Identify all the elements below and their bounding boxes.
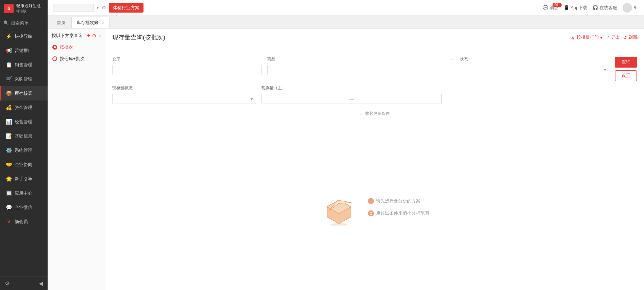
quantity-label: 现存量（主） — [261, 85, 286, 91]
settings-btn[interactable]: 设置 — [615, 70, 637, 81]
range-dash: — — [350, 96, 354, 102]
sidebar-item-finance[interactable]: 💰 资金管理 — [0, 101, 48, 115]
tab-home[interactable]: 首页 — [52, 17, 71, 28]
sidebar-item-enterprise[interactable]: 🤝 企业协同 — [0, 158, 48, 172]
sidebar-item-label: 库存核算 — [15, 90, 32, 96]
purchase-icon: 🛒 — [6, 76, 12, 82]
search-icon: 🔍 — [3, 20, 9, 25]
filter-row-2: 现存量状态 ▾ 现存量（主） — — [112, 85, 637, 104]
empty-state: 1 请先选择要分析的方案 2 用过滤条件来缩小分析范围 — [105, 124, 644, 290]
marketing-icon: 📢 — [6, 48, 12, 54]
sidebar-item-label: 企业协同 — [15, 162, 32, 168]
tabbar: 首页 库存批次账 × — [48, 16, 644, 29]
query-header: 现存量查询(按批次) 🖨 按模板打印 ▾ ↗ 导出 ↺ 刷新 — [105, 29, 644, 45]
refresh-icon: ↺ — [623, 35, 627, 40]
print-btn[interactable]: 🖨 按模板打印 ▾ — [571, 34, 603, 40]
sidebar-item-newbie[interactable]: 🌟 新手引导 — [0, 172, 48, 186]
scheme-dot-empty — [52, 56, 57, 61]
nav-search-input[interactable] — [53, 4, 94, 12]
topbar: ▾ ⚙ 体验行业方案 💬 消息 99+ 📱 App下载 🎧 在线客服 Rit — [48, 0, 644, 16]
sidebar-header: b 畅康通好生意 标准版 — [0, 0, 48, 17]
empty-text: 1 请先选择要分析的方案 2 用过滤条件来缩小分析范围 — [368, 197, 429, 218]
sidebar-item-operations[interactable]: 📊 经营管理 — [0, 115, 48, 129]
warehouse-input[interactable] — [112, 65, 262, 75]
app-download-label: App下载 — [571, 5, 587, 11]
scheme-by-warehouse-batch[interactable]: 按仓库+批次 — [48, 53, 105, 65]
sidebar-item-label: 基础信息 — [15, 133, 32, 139]
export-btn[interactable]: ↗ 导出 — [606, 34, 620, 40]
username: Rit — [633, 5, 639, 10]
sidebar: b 畅康通好生意 标准版 🔍 搜索菜单 ⚡ 快捷导航 📢 营销推广 📋 销售管理… — [0, 0, 48, 290]
sidebar-item-sales[interactable]: 📋 销售管理 — [0, 58, 48, 72]
sidebar-item-inventory[interactable]: 📦 库存核算 — [0, 86, 48, 101]
status-label: 状态 — [460, 56, 468, 62]
status-dropdown-icon: ▾ — [604, 67, 606, 72]
collapse-more-btn[interactable]: ︿ 收起更多条件 — [112, 108, 637, 119]
online-service-btn[interactable]: 🎧 在线客服 — [593, 5, 617, 11]
panel-collapse-btn[interactable]: « — [98, 33, 101, 38]
filter-conditions: 仓库 ··· 商品 ··· — [105, 45, 644, 124]
side-close-btn[interactable]: × — [633, 33, 642, 43]
inventory-icon: 📦 — [6, 90, 12, 96]
user-area[interactable]: Rit — [623, 3, 639, 13]
enterprise-icon: 🤝 — [6, 162, 12, 168]
quantity-range-input[interactable]: — — [261, 94, 441, 104]
sidebar-item-label: 采购管理 — [15, 76, 32, 82]
empty-hint-1: 1 请先选择要分析的方案 — [368, 197, 429, 205]
sidebar-item-label: 新手引导 — [15, 176, 32, 182]
finance-icon: 💰 — [6, 105, 12, 111]
sidebar-item-purchase[interactable]: 🛒 采购管理 — [0, 72, 48, 86]
filter-row-1: 仓库 ··· 商品 ··· — [112, 50, 637, 81]
operations-icon: 📊 — [6, 119, 12, 125]
sidebar-item-label: 应用中心 — [15, 190, 32, 196]
sidebar-item-wechat[interactable]: 💬 企业微信 — [0, 200, 48, 215]
sidebar-footer: ⚙ ◀ — [0, 276, 48, 290]
scheme-label: 按批次 — [60, 44, 73, 50]
sidebar-item-label: 经营管理 — [15, 119, 32, 125]
sidebar-item-basic[interactable]: 📝 基础信息 — [0, 129, 48, 143]
sidebar-item-system[interactable]: ⚙️ 系统管理 — [0, 143, 48, 158]
scheme-settings-btn[interactable]: ⊙ — [92, 33, 96, 38]
inventory-status-label: 现存量状态 — [112, 85, 133, 91]
add-scheme-btn[interactable]: + — [87, 33, 90, 38]
nav-dropdown-btn[interactable]: ▾ — [97, 5, 99, 10]
messages-btn[interactable]: 💬 消息 99+ — [543, 5, 558, 11]
messages-badge: 99+ — [553, 3, 562, 7]
sidebar-item-marketing[interactable]: 📢 营销推广 — [0, 43, 48, 58]
empty-illustration — [320, 188, 358, 226]
sidebar-item-appstore[interactable]: 🔲 应用中心 — [0, 186, 48, 200]
sidebar-search[interactable]: 🔍 搜索菜单 — [0, 17, 48, 29]
query-btn[interactable]: 查询 — [615, 57, 637, 68]
print-label: 按模板打印 — [577, 34, 599, 40]
sidebar-item-shortcut[interactable]: ⚡ 快捷导航 — [0, 29, 48, 43]
sidebar-item-member[interactable]: V 畅会员 — [0, 215, 48, 229]
goods-input[interactable] — [267, 65, 454, 75]
tab-close-btn[interactable]: × — [102, 20, 104, 25]
wechat-icon: 💬 — [6, 204, 12, 211]
svg-point-4 — [331, 223, 348, 225]
app-download-btn[interactable]: 📱 App下载 — [564, 5, 587, 11]
newbie-icon: 🌟 — [6, 176, 12, 182]
goods-more-btn[interactable]: ··· — [451, 57, 454, 61]
collapse-icon[interactable]: ◀ — [39, 280, 43, 287]
experience-btn[interactable]: 体验行业方案 — [109, 3, 143, 13]
query-area: 现存量查询(按批次) 🖨 按模板打印 ▾ ↗ 导出 ↺ 刷新 — [105, 29, 644, 290]
settings-icon[interactable]: ⚙ — [5, 280, 10, 287]
tab-inventory-batch[interactable]: 库存批次账 × — [71, 17, 109, 28]
phone-icon: 📱 — [564, 5, 569, 10]
brand-edition: 标准版 — [16, 9, 41, 14]
hint1-num: 1 — [368, 198, 374, 204]
appstore-icon: 🔲 — [6, 190, 12, 196]
logo-text: b — [7, 6, 11, 11]
filter-panel-actions: + ⊙ « — [87, 33, 101, 38]
scheme-by-batch[interactable]: 按批次 — [48, 41, 105, 53]
inventory-status-select[interactable]: ▾ — [112, 94, 256, 104]
service-icon: 🎧 — [593, 5, 598, 10]
filter-warehouse-field: 仓库 ··· — [112, 56, 262, 75]
system-icon: ⚙️ — [6, 147, 12, 153]
empty-hint-2: 2 用过滤条件来缩小分析范围 — [368, 209, 429, 218]
warehouse-label: 仓库 — [112, 56, 120, 62]
warehouse-more-btn[interactable]: ··· — [258, 57, 262, 61]
status-select[interactable]: ▾ — [460, 65, 609, 75]
topbar-gear-btn[interactable]: ⚙ — [102, 5, 106, 11]
